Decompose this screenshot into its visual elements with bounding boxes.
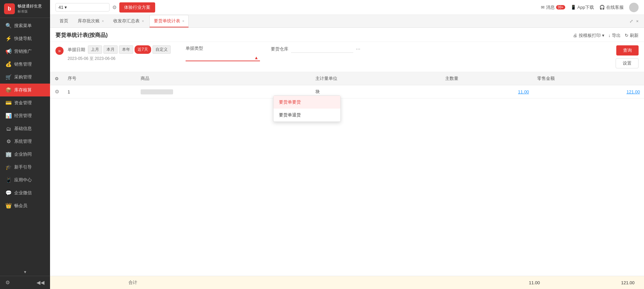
date-range: 2023-05-06 至 2023-06-06 xyxy=(68,56,115,62)
tab-receive-summary[interactable]: 收发存汇总表× xyxy=(109,15,148,27)
sidebar-item-purchase[interactable]: 🛒采购管理 xyxy=(0,71,50,84)
guide-icon: 🎓 xyxy=(5,164,11,170)
sidebar-item-finance[interactable]: 💳资金管理 xyxy=(0,96,50,109)
sidebar-item-app-center[interactable]: 📱应用中心 xyxy=(0,174,50,186)
headset-icon: 🎧 xyxy=(599,5,605,10)
tab-requisition-summary[interactable]: 要货单统计表× xyxy=(149,15,189,27)
dropdown-item-requisition-return[interactable]: 要货单退货 xyxy=(273,109,340,121)
row-amount-0: 121.00 xyxy=(533,85,644,98)
app-name: 畅捷通好生意 xyxy=(18,4,42,9)
sidebar-item-inventory[interactable]: 📦库存核算 xyxy=(0,84,50,96)
sidebar-item-sales[interactable]: 💰销售管理 xyxy=(0,58,50,71)
print-button[interactable]: 🖨 按模板打印 ▾ xyxy=(573,32,604,39)
sales-icon: 💰 xyxy=(5,61,11,67)
basic-icon: 🗂 xyxy=(5,126,11,132)
print-icon: 🖨 xyxy=(573,33,577,38)
sidebar-item-marketing[interactable]: 📢营销推广 xyxy=(0,45,50,58)
app-center-icon: 📱 xyxy=(5,177,11,183)
type-select-wrapper: ▲ xyxy=(186,53,260,61)
row-gear-0[interactable]: ⚙ xyxy=(50,85,64,98)
date-btn-4[interactable]: 自定义 xyxy=(152,45,171,54)
col-quantity: 主数量 xyxy=(441,72,533,85)
tab-close-inventory-batch[interactable]: × xyxy=(102,19,104,23)
table-footer: 合计 11.00 121.00 xyxy=(50,276,644,289)
sidebar-item-basic[interactable]: 🗂基础信息 xyxy=(0,122,50,135)
sidebar-item-operations[interactable]: 📊经营管理 xyxy=(0,109,50,122)
query-button[interactable]: 查询 xyxy=(616,45,639,55)
tab-label-home: 首页 xyxy=(59,18,68,24)
settings-button[interactable]: 设置 xyxy=(616,58,639,68)
date-filter-label: 单据日期 xyxy=(68,47,85,53)
footer-amount: 121.00 xyxy=(601,280,635,285)
date-btn-0[interactable]: 上月 xyxy=(88,45,102,54)
sidebar-item-guide[interactable]: 🎓新手引导 xyxy=(0,161,50,174)
table-header-row: ⚙ 序号 商品 主计量单位 主数量 零售金额 xyxy=(50,72,644,85)
page-content: 要货单统计表(按商品) 🖨 按模板打印 ▾ ↓ 导出 ↻ 刷新 » xyxy=(50,28,644,289)
date-btn-2[interactable]: 本年 xyxy=(119,45,133,54)
app-version: 标准版 xyxy=(18,9,42,14)
sidebar-logo: b 畅捷通好生意 标准版 xyxy=(0,0,50,18)
col-unit: 主计量单位 xyxy=(311,72,441,85)
sidebar-item-search[interactable]: 🔍搜索菜单 xyxy=(0,19,50,32)
type-dropdown: 要货单要货要货单退货 xyxy=(273,95,341,122)
tab-label-inventory-batch: 库存批次账 xyxy=(78,18,100,24)
page-title: 要货单统计表(按商品) xyxy=(55,32,108,39)
messages-button[interactable]: ✉ 消息 99+ xyxy=(541,4,565,10)
sidebar-footer: ⚙ ◀◀ xyxy=(0,276,50,289)
footer-label: 合计 xyxy=(128,280,445,286)
date-buttons: 上月本月本年近7天自定义 xyxy=(88,45,171,54)
dropdown-item-requisition-order[interactable]: 要货单要货 xyxy=(273,96,340,109)
sidebar-scroll-down[interactable]: ▾ xyxy=(0,268,50,276)
shortcut-icon: ⚡ xyxy=(5,36,11,42)
col-index: 序号 xyxy=(64,72,137,85)
col-settings: ⚙ xyxy=(50,72,64,85)
date-btn-1[interactable]: 本月 xyxy=(103,45,118,54)
footer-quantity: 11.00 xyxy=(506,280,540,285)
table-container: ⚙ 序号 商品 主计量单位 主数量 零售金额 ⚙ 1 ██████ ████ 块… xyxy=(50,72,644,98)
company-selector[interactable]: 41 ▾ xyxy=(55,3,110,12)
filter-bar: » 单据日期 上月本月本年近7天自定义 2023-05-06 至 2023-06… xyxy=(50,42,644,72)
filter-toggle-button[interactable]: » xyxy=(55,47,64,55)
tab-actions: ⤢× xyxy=(629,19,639,24)
messages-label: 消息 xyxy=(546,4,555,10)
tab-home[interactable]: 首页 xyxy=(55,15,72,27)
operations-icon: 📊 xyxy=(5,113,11,119)
tab-expand-icon[interactable]: ⤢ xyxy=(629,19,633,24)
inventory-icon: 📦 xyxy=(5,87,11,93)
trial-button[interactable]: 体验行业方案 xyxy=(119,2,155,13)
tab-close-receive-summary[interactable]: × xyxy=(142,19,144,23)
wechat-icon: 💬 xyxy=(5,190,11,196)
sidebar-item-system[interactable]: ⚙系统管理 xyxy=(0,135,50,148)
type-select-caret[interactable]: ▲ xyxy=(254,55,259,60)
type-select-input[interactable] xyxy=(186,53,260,61)
tab-inventory-batch[interactable]: 库存批次账× xyxy=(74,15,108,27)
gear-icon[interactable]: ⚙ xyxy=(55,76,59,81)
sidebar-settings-icon[interactable]: ⚙ xyxy=(5,280,10,286)
search-icon: 🔍 xyxy=(5,23,11,29)
page-header: 要货单统计表(按商品) 🖨 按模板打印 ▾ ↓ 导出 ↻ 刷新 xyxy=(50,28,644,42)
date-btn-3[interactable]: 近7天 xyxy=(135,45,151,54)
topbar-settings-icon[interactable]: ⚙ xyxy=(112,4,117,10)
user-avatar[interactable] xyxy=(629,3,639,12)
sidebar-item-member[interactable]: 👑畅会员 xyxy=(0,199,50,212)
sidebar-item-enterprise[interactable]: 🏢企业协同 xyxy=(0,148,50,161)
messages-badge: 99+ xyxy=(556,5,565,9)
export-icon: ↓ xyxy=(609,33,611,38)
tab-close-requisition-summary[interactable]: × xyxy=(182,19,184,23)
online-service-button[interactable]: 🎧 在线客服 xyxy=(599,4,624,10)
app-download-label: App下载 xyxy=(577,4,594,10)
sidebar-collapse-icon[interactable]: ◀◀ xyxy=(37,280,45,286)
warehouse-more-icon[interactable]: ··· xyxy=(356,46,360,52)
export-button[interactable]: ↓ 导出 xyxy=(609,32,621,39)
refresh-button[interactable]: ↻ 刷新 xyxy=(625,32,639,39)
tab-label-receive-summary: 收发存汇总表 xyxy=(113,18,140,24)
sidebar-item-wechat[interactable]: 💬企业微信 xyxy=(0,186,50,199)
warehouse-filter-label: 要货仓库 xyxy=(271,46,288,52)
app-download-button[interactable]: 📱 App下载 xyxy=(571,4,594,10)
col-amount: 零售金额 xyxy=(533,72,644,85)
type-filter-label: 单据类型 xyxy=(186,45,203,51)
warehouse-input[interactable] xyxy=(291,45,353,53)
tab-close-all-icon[interactable]: × xyxy=(636,19,639,24)
sidebar-item-shortcut[interactable]: ⚡快捷导航 xyxy=(0,32,50,45)
print-dropdown-icon: ▾ xyxy=(602,33,604,38)
